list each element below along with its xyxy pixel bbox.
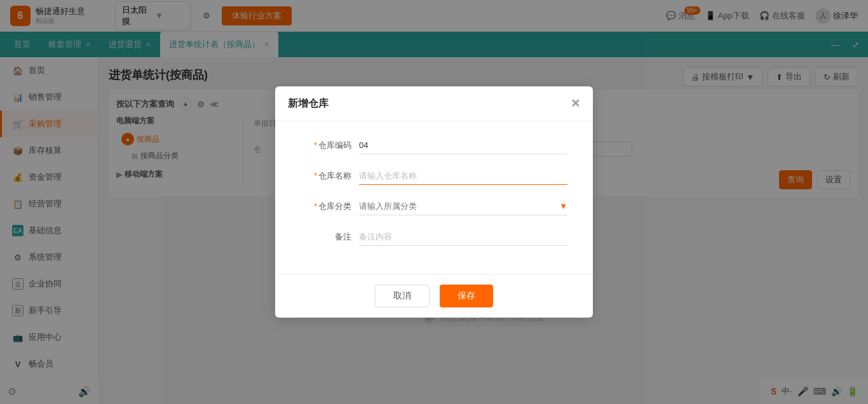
dropdown-arrow-icon: ▼ bbox=[559, 201, 567, 211]
dialog-close-button[interactable]: ✕ bbox=[571, 97, 580, 111]
code-label: *仓库编码 bbox=[301, 140, 351, 151]
new-warehouse-dialog: 新增仓库 ✕ *仓库编码 *仓库名称 *仓库分类 ▼ 备注 bbox=[275, 86, 593, 318]
dialog-title: 新增仓库 bbox=[288, 97, 329, 111]
form-row-category: *仓库分类 ▼ bbox=[301, 198, 567, 215]
category-input[interactable] bbox=[359, 201, 559, 211]
note-label: 备注 bbox=[301, 231, 351, 243]
save-button[interactable]: 保存 bbox=[440, 285, 493, 307]
cancel-button[interactable]: 取消 bbox=[375, 285, 430, 307]
dialog-header: 新增仓库 ✕ bbox=[275, 86, 593, 121]
form-row-name: *仓库名称 bbox=[301, 167, 567, 185]
dialog-body: *仓库编码 *仓库名称 *仓库分类 ▼ 备注 bbox=[275, 121, 593, 274]
warehouse-code-input[interactable] bbox=[359, 137, 567, 154]
form-row-code: *仓库编码 bbox=[301, 137, 567, 154]
warehouse-name-input[interactable] bbox=[359, 167, 567, 185]
category-label: *仓库分类 bbox=[301, 201, 351, 212]
category-select-wrap: ▼ bbox=[359, 198, 567, 215]
name-label: *仓库名称 bbox=[301, 170, 351, 182]
note-input[interactable] bbox=[359, 228, 567, 246]
form-row-note: 备注 bbox=[301, 228, 567, 246]
dialog-footer: 取消 保存 bbox=[275, 274, 593, 318]
